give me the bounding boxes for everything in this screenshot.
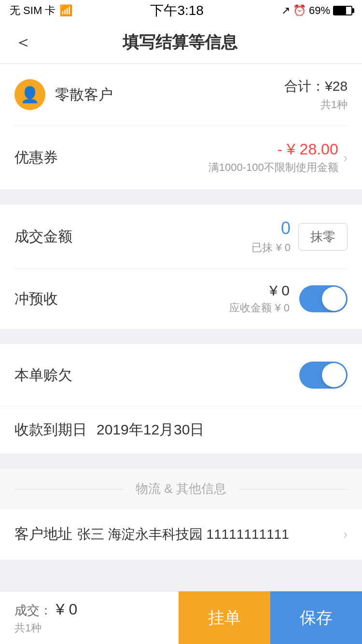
transaction-right: 0 已抹 ¥ 0 抹零: [251, 218, 348, 255]
address-chevron-icon: ›: [343, 527, 348, 542]
back-button[interactable]: ＜: [14, 26, 42, 59]
coupon-desc: 满1000-100不限制使用金额: [209, 160, 338, 175]
amount-area: 0 已抹 ¥ 0: [251, 218, 291, 255]
status-bar: 无 SIM 卡 📶 下午3:18 ↗ ⏰ 69%: [0, 0, 362, 21]
coupon-discount: - ¥ 28.00: [209, 140, 338, 158]
address-row[interactable]: 客户地址 张三 海淀永丰科技园 11111111111 ›: [0, 509, 362, 560]
hang-button[interactable]: 挂单: [179, 591, 270, 644]
round-button[interactable]: 抹零: [298, 223, 348, 251]
debt-label: 本单赊欠: [14, 365, 72, 385]
address-value: 张三 海淀永丰科技园 11111111111: [77, 525, 338, 544]
coupon-row[interactable]: 优惠券 - ¥ 28.00 满1000-100不限制使用金额 ›: [0, 126, 362, 189]
coupon-chevron-icon: ›: [343, 150, 348, 166]
amount-sub: 已抹 ¥ 0: [251, 240, 291, 255]
prepay-label: 冲预收: [14, 289, 58, 309]
logistics-section: 物流 & 其他信息 客户地址 张三 海淀永丰科技园 11111111111 ›: [0, 469, 362, 560]
bottom-info: 成交： ¥ 0 共1种: [0, 601, 179, 635]
battery-icon: [333, 6, 352, 15]
wifi-icon: 📶: [59, 4, 72, 17]
save-button[interactable]: 保存: [270, 591, 362, 644]
battery-percent: 69%: [309, 4, 330, 17]
transaction-amount-row: 成交金额 0 已抹 ¥ 0 抹零: [0, 205, 362, 268]
total-amount: 合计：¥28: [284, 77, 348, 96]
coupon-right: - ¥ 28.00 满1000-100不限制使用金额 ›: [209, 140, 348, 175]
bottom-bar: 成交： ¥ 0 共1种 挂单 保存: [0, 591, 362, 644]
location-icon: ↗: [281, 4, 290, 17]
prepay-amount-area: ¥ 0 应收金额 ¥ 0: [229, 282, 290, 315]
due-date-label: 收款到期日: [14, 420, 87, 440]
due-date-row: 收款到期日 2019年12月30日: [0, 406, 362, 453]
customer-right: 合计：¥28 共1种: [284, 77, 348, 112]
bottom-deal-label: 成交：: [14, 603, 52, 617]
toggle-knob: [322, 287, 346, 311]
transaction-label: 成交金额: [14, 227, 72, 247]
avatar: 👤: [14, 79, 45, 110]
sim-status: 无 SIM 卡: [10, 3, 56, 18]
gray-separator-3: [0, 461, 362, 469]
bottom-deal-row: 成交： ¥ 0: [14, 601, 164, 619]
transaction-section: 成交金额 0 已抹 ¥ 0 抹零 冲预收 ¥ 0 应收金额 ¥ 0: [0, 205, 362, 329]
logistics-header: 物流 & 其他信息: [0, 469, 362, 509]
customer-left: 👤 零散客户: [14, 79, 113, 110]
status-left: 无 SIM 卡 📶: [10, 3, 72, 18]
debt-toggle[interactable]: [299, 362, 348, 389]
debt-section: 本单赊欠 收款到期日 2019年12月30日: [0, 344, 362, 453]
page-title: 填写结算等信息: [42, 31, 319, 54]
status-time: 下午3:18: [150, 1, 204, 20]
status-right: ↗ ⏰ 69%: [281, 4, 352, 17]
prepay-right: ¥ 0 应收金额 ¥ 0: [229, 282, 348, 315]
bottom-deal-amount: ¥ 0: [56, 601, 77, 618]
debt-toggle-knob: [322, 363, 346, 387]
avatar-icon: 👤: [20, 85, 40, 104]
customer-row: 👤 零散客户 合计：¥28 共1种: [0, 64, 362, 126]
debt-row: 本单赊欠: [0, 344, 362, 406]
prepay-row: 冲预收 ¥ 0 应收金额 ¥ 0: [0, 269, 362, 329]
prepay-amount: ¥ 0: [229, 282, 290, 299]
total-count: 共1种: [284, 98, 348, 112]
address-label: 客户地址: [14, 524, 72, 544]
bottom-count: 共1种: [14, 621, 164, 635]
due-date-value: 2019年12月30日: [97, 420, 204, 440]
nav-bar: ＜ 填写结算等信息: [0, 21, 362, 64]
coupon-label: 优惠券: [14, 148, 58, 168]
coupon-info: - ¥ 28.00 满1000-100不限制使用金额: [209, 140, 338, 175]
customer-name: 零散客户: [55, 85, 113, 105]
logistics-label: 物流 & 其他信息: [128, 480, 234, 497]
gray-separator-2: [0, 336, 362, 344]
amount-value[interactable]: 0: [251, 218, 291, 238]
gray-separator-1: [0, 197, 362, 205]
prepay-toggle[interactable]: [299, 285, 348, 312]
alarm-icon: ⏰: [293, 4, 306, 17]
customer-section: 👤 零散客户 合计：¥28 共1种 优惠券 - ¥ 28.00 满1000-10…: [0, 64, 362, 189]
prepay-sub: 应收金额 ¥ 0: [229, 301, 290, 315]
